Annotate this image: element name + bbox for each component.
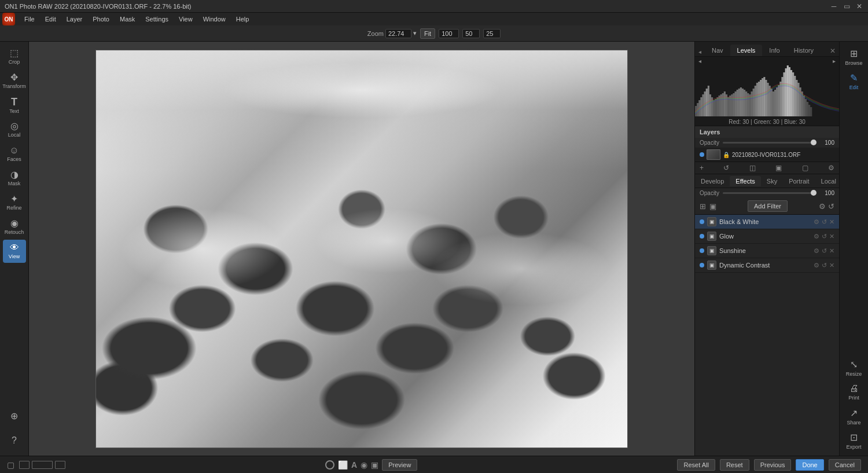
tab-info[interactable]: Info bbox=[762, 45, 786, 56]
layer-group-icon[interactable]: ▢ bbox=[802, 164, 808, 172]
status-view-icon[interactable]: ▢ bbox=[7, 460, 14, 470]
tool-local[interactable]: ◎ Local bbox=[3, 118, 26, 141]
cancel-button[interactable]: Cancel bbox=[829, 459, 861, 471]
menu-help[interactable]: Help bbox=[231, 14, 254, 24]
maximize-button[interactable]: ▭ bbox=[843, 2, 851, 10]
close-button[interactable]: ✕ bbox=[855, 2, 863, 10]
layers-opacity-slider[interactable] bbox=[723, 142, 816, 144]
val2-input[interactable] bbox=[462, 29, 480, 38]
tab-develop[interactable]: Develop bbox=[695, 176, 730, 186]
tab-levels[interactable]: Levels bbox=[730, 45, 763, 56]
tool-text[interactable]: T Text bbox=[3, 94, 26, 117]
tool-transform[interactable]: ✥ Transform bbox=[3, 69, 26, 93]
val1-input[interactable] bbox=[439, 29, 459, 38]
filter-bw-name: Black & White bbox=[719, 218, 811, 225]
tool-crop[interactable]: ⬚ Crop bbox=[3, 45, 26, 68]
filter-bw-close[interactable]: ✕ bbox=[829, 218, 834, 226]
done-button[interactable]: Done bbox=[796, 459, 823, 471]
tab-nav[interactable]: Nav bbox=[705, 45, 730, 56]
reset-all-button[interactable]: Reset All bbox=[677, 459, 715, 471]
filter-row-icon1[interactable]: ⊞ bbox=[700, 202, 706, 211]
filter-reset-icon[interactable]: ↺ bbox=[828, 202, 834, 211]
svg-rect-52 bbox=[787, 65, 789, 116]
tool-mask[interactable]: ◑ Mask bbox=[3, 167, 26, 190]
layers-section: Layers Opacity 100 🔒 20210820-IVOR0131.O… bbox=[695, 126, 839, 174]
add-filter-button[interactable]: Add Filter bbox=[748, 200, 788, 212]
filter-sunshine-settings[interactable]: ⚙ bbox=[814, 247, 819, 255]
layer-stamp-icon[interactable]: ▣ bbox=[775, 164, 782, 172]
filter-black-white[interactable]: ▣ Black & White ⚙ ↺ ✕ bbox=[695, 215, 839, 229]
filter-glow-reset[interactable]: ↺ bbox=[822, 233, 827, 240]
filter-glow-settings[interactable]: ⚙ bbox=[814, 233, 819, 240]
val3-input[interactable] bbox=[483, 29, 501, 38]
svg-rect-56 bbox=[794, 76, 796, 116]
filter-row-icon2[interactable]: ▣ bbox=[709, 202, 716, 211]
layer-mask-icon[interactable]: ◫ bbox=[749, 164, 756, 172]
filter-glow[interactable]: ▣ Glow ⚙ ↺ ✕ bbox=[695, 229, 839, 244]
effects-opacity-slider[interactable] bbox=[723, 192, 816, 194]
menu-edit[interactable]: Edit bbox=[41, 14, 61, 24]
zoom-dropdown-icon[interactable]: ▾ bbox=[413, 30, 417, 37]
menu-file[interactable]: File bbox=[20, 14, 39, 24]
hist-arrow-right[interactable]: ▸ bbox=[833, 58, 836, 64]
far-right-export[interactable]: ⊡ Export bbox=[843, 429, 866, 452]
hist-arrow-left[interactable]: ◂ bbox=[698, 58, 701, 64]
layer-refresh-icon[interactable]: ↺ bbox=[723, 164, 729, 172]
filter-dc-close[interactable]: ✕ bbox=[829, 262, 834, 269]
filter-settings-icon[interactable]: ⚙ bbox=[819, 202, 826, 211]
filter-dc-reset[interactable]: ↺ bbox=[822, 262, 827, 269]
far-right-resize[interactable]: ⤡ Resize bbox=[843, 356, 866, 379]
zoom-input[interactable] bbox=[385, 29, 411, 38]
far-right-print[interactable]: 🖨 Print bbox=[843, 380, 866, 404]
filter-dynamic-contrast[interactable]: ▣ Dynamic Contrast ⚙ ↺ ✕ bbox=[695, 258, 839, 273]
tab-effects[interactable]: Effects bbox=[730, 176, 760, 186]
tool-help[interactable]: ? bbox=[3, 429, 26, 452]
view-grid-icon[interactable] bbox=[55, 461, 65, 469]
fit-button[interactable]: Fit bbox=[420, 28, 435, 39]
filter-sunshine-reset[interactable]: ↺ bbox=[822, 247, 827, 255]
menu-photo[interactable]: Photo bbox=[88, 14, 114, 24]
menu-layer[interactable]: Layer bbox=[62, 14, 87, 24]
filter-glow-close[interactable]: ✕ bbox=[829, 233, 834, 240]
nav-close-icon[interactable]: ✕ bbox=[826, 46, 839, 56]
filter-sunshine[interactable]: ▣ Sunshine ⚙ ↺ ✕ bbox=[695, 244, 839, 258]
menu-view[interactable]: View bbox=[174, 14, 197, 24]
tool-navigator[interactable]: ⊕ bbox=[3, 405, 26, 428]
tab-sky[interactable]: Sky bbox=[761, 176, 783, 186]
filter-bw-settings[interactable]: ⚙ bbox=[814, 218, 819, 226]
layer-visibility-dot[interactable] bbox=[700, 152, 704, 157]
tab-local[interactable]: Local bbox=[815, 176, 842, 186]
tool-faces[interactable]: ☺ Faces bbox=[3, 142, 26, 166]
tool-refine[interactable]: ✦ Refine bbox=[3, 191, 26, 214]
view-single-icon[interactable] bbox=[19, 461, 30, 469]
menu-settings[interactable]: Settings bbox=[141, 14, 173, 24]
tool-retouch[interactable]: ◉ Retouch bbox=[3, 215, 26, 239]
far-right-edit[interactable]: ✎ Edit bbox=[843, 69, 866, 93]
svg-rect-15 bbox=[720, 94, 722, 116]
filter-dc-settings[interactable]: ⚙ bbox=[814, 262, 819, 269]
layer-row[interactable]: 🔒 20210820-IVOR0131.ORF bbox=[695, 148, 839, 162]
far-right-browse[interactable]: ⊞ Browse bbox=[843, 45, 866, 68]
share-icon: ↗ bbox=[850, 408, 858, 419]
menu-mask[interactable]: Mask bbox=[115, 14, 139, 24]
svg-rect-53 bbox=[789, 67, 790, 116]
menu-window[interactable]: Window bbox=[198, 14, 230, 24]
tool-view[interactable]: 👁 View bbox=[3, 240, 26, 263]
svg-rect-65 bbox=[810, 107, 812, 116]
filter-bw-reset[interactable]: ↺ bbox=[822, 218, 827, 226]
far-right-share[interactable]: ↗ Share bbox=[843, 405, 866, 428]
layers-opacity-thumb[interactable] bbox=[811, 140, 816, 145]
layer-add-icon[interactable]: + bbox=[700, 164, 704, 172]
tab-history[interactable]: History bbox=[787, 45, 821, 56]
filter-sunshine-close[interactable]: ✕ bbox=[829, 247, 834, 255]
view-split-icon[interactable] bbox=[32, 461, 53, 469]
previous-button[interactable]: Previous bbox=[754, 459, 792, 471]
effects-opacity-thumb[interactable] bbox=[811, 190, 816, 196]
filter-glow-dot bbox=[700, 234, 704, 239]
preview-button[interactable]: Preview bbox=[382, 459, 417, 471]
tab-portrait[interactable]: Portrait bbox=[783, 176, 815, 186]
transform-icon: ✥ bbox=[10, 73, 18, 82]
minimize-button[interactable]: ─ bbox=[830, 2, 838, 10]
layer-settings-icon[interactable]: ⚙ bbox=[828, 164, 834, 172]
reset-button[interactable]: Reset bbox=[720, 459, 749, 471]
